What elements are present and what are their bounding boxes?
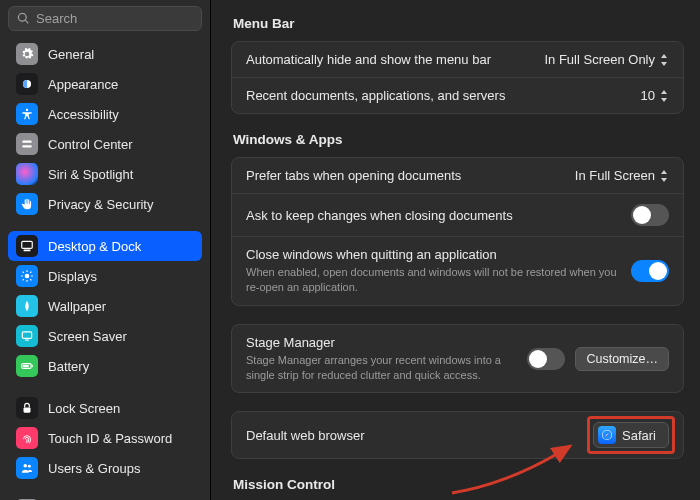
stage-manager-card: Stage Manager Stage Manager arranges you… [231,324,684,394]
displays-icon [16,265,38,287]
search-input[interactable] [36,11,193,26]
appearance-icon [16,73,38,95]
accessibility-icon [16,103,38,125]
control-center-icon [16,133,38,155]
updown-icon [659,89,669,103]
search-icon [17,12,30,25]
sidebar-item-label: Battery [48,359,89,374]
toggle-ask-keep-changes[interactable] [631,204,669,226]
search-field[interactable] [8,6,202,31]
svg-point-21 [24,464,28,468]
row-close-windows-quit: Close windows when quitting an applicati… [232,236,683,305]
sidebar-item-appearance[interactable]: Appearance [8,69,202,99]
sidebar-item-label: Appearance [48,77,118,92]
sidebar-item-control-center[interactable]: Control Center [8,129,202,159]
windows-apps-card: Prefer tabs when opening documents In Fu… [231,157,684,306]
annotation-highlight: Safari [593,422,669,448]
desc-close-windows-quit: When enabled, open documents and windows… [246,265,617,295]
svg-rect-2 [22,141,31,143]
users-icon [16,457,38,479]
siri-icon [16,163,38,185]
sidebar-item-label: Wallpaper [48,299,106,314]
dropdown-default-browser[interactable]: Safari [593,422,669,448]
lock-icon [16,397,38,419]
row-default-browser: Default web browser Safari [232,412,683,458]
desktop-dock-icon [16,235,38,257]
label-recent-items: Recent documents, applications, and serv… [246,88,627,103]
sidebar-item-label: Displays [48,269,97,284]
dropdown-recent-items[interactable]: 10 [641,88,669,103]
row-prefer-tabs: Prefer tabs when opening documents In Fu… [232,158,683,193]
sidebar-item-label: Siri & Spotlight [48,167,133,182]
sidebar-item-label: Users & Groups [48,461,140,476]
section-title-menubar: Menu Bar [233,16,684,31]
sidebar-item-users-groups[interactable]: Users & Groups [8,453,202,483]
svg-line-14 [30,272,31,273]
sidebar-item-label: Touch ID & Password [48,431,172,446]
label-stage-manager: Stage Manager [246,335,513,350]
svg-rect-3 [22,145,31,147]
row-autohide-menubar: Automatically hide and show the menu bar… [232,42,683,77]
sidebar-item-screen-saver[interactable]: Screen Saver [8,321,202,351]
updown-icon [659,53,669,67]
fingerprint-icon [16,427,38,449]
safari-icon [598,426,616,444]
label-autohide-menubar: Automatically hide and show the menu bar [246,52,530,67]
row-recent-items: Recent documents, applications, and serv… [232,77,683,113]
settings-content: Menu Bar Automatically hide and show the… [210,0,700,500]
toggle-stage-manager[interactable] [527,348,565,370]
sidebar-list: General Appearance Accessibility Control… [0,37,210,500]
screen-saver-icon [16,325,38,347]
sidebar-item-displays[interactable]: Displays [8,261,202,291]
svg-rect-20 [24,407,31,412]
sidebar-item-siri-spotlight[interactable]: Siri & Spotlight [8,159,202,189]
dropdown-prefer-tabs[interactable]: In Full Screen [575,168,669,183]
label-ask-keep-changes: Ask to keep changes when closing documen… [246,208,617,223]
svg-point-1 [26,109,28,111]
sidebar-item-label: Screen Saver [48,329,127,344]
gear-icon [16,43,38,65]
svg-point-6 [25,274,30,279]
svg-line-13 [23,279,24,280]
toggle-close-windows-quit[interactable] [631,260,669,282]
sidebar-item-wallpaper[interactable]: Wallpaper [8,291,202,321]
desc-stage-manager: Stage Manager arranges your recent windo… [246,353,513,383]
sidebar-item-battery[interactable]: Battery [8,351,202,381]
updown-icon [659,169,669,183]
dropdown-autohide-menubar[interactable]: In Full Screen Only [544,52,669,67]
sidebar-item-label: Accessibility [48,107,119,122]
sidebar-item-passwords[interactable]: Passwords [8,495,202,500]
svg-rect-5 [24,250,31,252]
sidebar-item-label: Lock Screen [48,401,120,416]
wallpaper-icon [16,295,38,317]
svg-rect-19 [23,365,29,367]
svg-rect-15 [22,332,31,338]
sidebar-item-general[interactable]: General [8,39,202,69]
sidebar: General Appearance Accessibility Control… [0,0,210,500]
svg-point-22 [28,465,31,468]
svg-line-12 [30,279,31,280]
sidebar-item-lock-screen[interactable]: Lock Screen [8,393,202,423]
sidebar-item-label: General [48,47,94,62]
sidebar-item-label: Control Center [48,137,133,152]
menubar-card: Automatically hide and show the menu bar… [231,41,684,114]
row-stage-manager: Stage Manager Stage Manager arranges you… [232,325,683,393]
sidebar-item-label: Privacy & Security [48,197,153,212]
system-settings-window: General Appearance Accessibility Control… [0,0,700,500]
sidebar-item-accessibility[interactable]: Accessibility [8,99,202,129]
customize-button[interactable]: Customize… [575,347,669,371]
battery-icon [16,355,38,377]
section-title-mission-control: Mission Control [233,477,684,492]
sidebar-item-desktop-dock[interactable]: Desktop & Dock [8,231,202,261]
svg-line-11 [23,272,24,273]
svg-rect-4 [22,241,33,248]
default-browser-card: Default web browser Safari [231,411,684,459]
row-ask-keep-changes: Ask to keep changes when closing documen… [232,193,683,236]
svg-rect-18 [32,365,33,367]
hand-icon [16,193,38,215]
sidebar-item-label: Desktop & Dock [48,239,141,254]
label-default-browser: Default web browser [246,428,579,443]
sidebar-item-touch-id-password[interactable]: Touch ID & Password [8,423,202,453]
sidebar-item-privacy-security[interactable]: Privacy & Security [8,189,202,219]
label-prefer-tabs: Prefer tabs when opening documents [246,168,561,183]
